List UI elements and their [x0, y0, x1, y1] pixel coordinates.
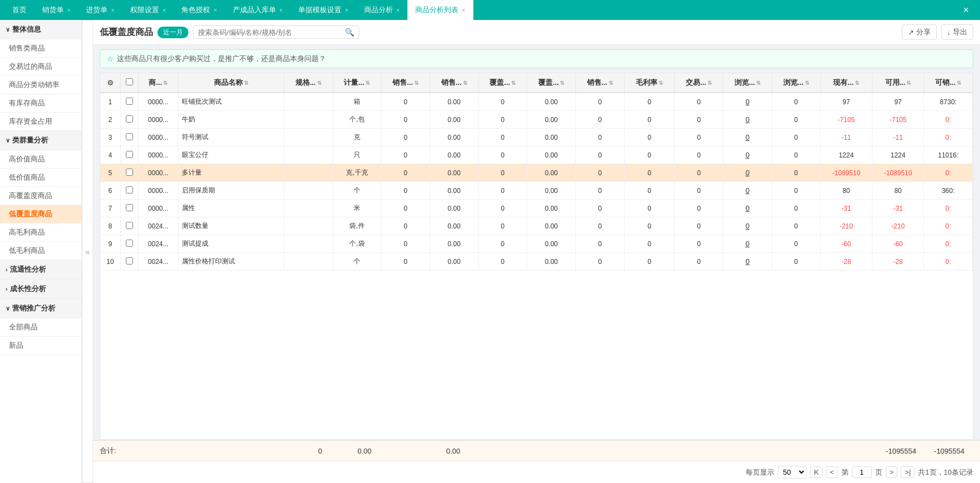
browse-link[interactable]: 0 [746, 186, 749, 195]
browse-link[interactable]: 0 [746, 115, 749, 124]
row-checkbox[interactable] [126, 240, 133, 247]
close-analysis-icon[interactable]: × [396, 7, 400, 13]
cell-checkbox[interactable] [120, 164, 138, 182]
close-purchase-icon[interactable]: × [111, 7, 114, 13]
nav-item-role[interactable]: 角色授权 × [173, 0, 224, 20]
sidebar-item-new-goods[interactable]: 新品 [0, 337, 81, 355]
nav-item-analysis-list[interactable]: 商品分析列表 × [407, 0, 473, 20]
close-role-icon[interactable]: × [213, 7, 217, 13]
row-checkbox[interactable] [126, 257, 133, 265]
close-product-in-icon[interactable]: × [279, 7, 283, 13]
current-page-input[interactable] [852, 466, 872, 478]
col-settings[interactable]: ⚙ [100, 73, 120, 93]
period-button[interactable]: 近一月 [157, 27, 188, 38]
sidebar-section-marketing[interactable]: ∨ 营销推广分析 [0, 299, 81, 318]
next-page-btn[interactable]: > [886, 466, 898, 478]
row-checkbox[interactable] [126, 186, 133, 194]
page-size-select[interactable]: 50 20 100 [778, 466, 807, 479]
sidebar-section-liquidity[interactable]: › 流通性分析 [0, 260, 81, 279]
nav-item-purchase[interactable]: 进货单 × [78, 0, 122, 20]
cell-code: 0000... [138, 200, 178, 217]
sidebar-item-high-margin[interactable]: 高毛利商品 [0, 223, 81, 242]
close-permission-icon[interactable]: × [162, 7, 166, 13]
last-page-btn[interactable]: >| [901, 466, 915, 478]
sidebar-item-all-goods[interactable]: 全部商品 [0, 318, 81, 337]
nav-item-template[interactable]: 单据模板设置 × [290, 0, 356, 20]
cell-no: 3 [100, 129, 120, 146]
search-icon[interactable]: 🔍 [345, 28, 354, 37]
nav-close-btn[interactable]: × [956, 4, 976, 16]
row-checkbox[interactable] [126, 204, 133, 211]
first-page-btn[interactable]: K [810, 466, 823, 478]
browse-link[interactable]: 0 [746, 240, 749, 248]
cell-checkbox[interactable] [120, 146, 138, 164]
nav-item-sales[interactable]: 销货单 × [34, 0, 78, 20]
sidebar-section-overall[interactable]: ∨ 整体信息 [0, 20, 81, 39]
cell-browse1[interactable]: 0 [723, 93, 772, 111]
nav-item-permission[interactable]: 权限设置 × [122, 0, 173, 20]
browse-link[interactable]: 0 [746, 151, 749, 159]
sidebar-item-stock-capital[interactable]: 库存资金占用 [0, 113, 81, 131]
row-checkbox[interactable] [126, 98, 133, 105]
sidebar-item-sales-goods[interactable]: 销售类商品 [0, 39, 81, 58]
browse-link[interactable]: 0 [746, 204, 749, 212]
cell-browse1[interactable]: 0 [723, 129, 772, 146]
sidebar-section-group[interactable]: ∨ 类群量分析 [0, 131, 81, 150]
cell-checkbox[interactable] [120, 217, 138, 235]
sidebar-item-low-value[interactable]: 低价值商品 [0, 169, 81, 187]
close-template-icon[interactable]: × [345, 7, 348, 13]
close-sales-icon[interactable]: × [67, 7, 70, 13]
browse-link[interactable]: 0 [746, 222, 749, 230]
cell-browse1[interactable]: 0 [723, 111, 772, 129]
cell-spec [284, 129, 333, 146]
sidebar-item-high-value[interactable]: 高价值商品 [0, 150, 81, 169]
share-button[interactable]: ↗ 分享 [902, 24, 937, 40]
cell-checkbox[interactable] [120, 235, 138, 253]
cell-checkbox[interactable] [120, 129, 138, 146]
sidebar-section-growth[interactable]: › 成长性分析 [0, 279, 81, 299]
browse-link[interactable]: 0 [746, 257, 749, 266]
sidebar-collapse-btn[interactable]: « [82, 20, 93, 483]
cell-sale-qty: 0 [381, 164, 430, 182]
row-checkbox[interactable] [126, 115, 133, 123]
search-input[interactable] [198, 28, 343, 37]
cell-checkbox[interactable] [120, 111, 138, 129]
prev-page-btn[interactable]: < [826, 466, 838, 478]
cell-checkbox[interactable] [120, 253, 138, 271]
sidebar-item-traded-goods[interactable]: 交易过的商品 [0, 58, 81, 76]
sidebar-item-low-margin[interactable]: 低毛利商品 [0, 242, 81, 260]
row-checkbox[interactable] [126, 151, 133, 158]
close-analysis-list-icon[interactable]: × [462, 7, 465, 13]
sidebar-item-category-rate[interactable]: 商品分类动销率 [0, 76, 81, 94]
browse-link[interactable]: 0 [746, 98, 749, 106]
cell-browse1[interactable]: 0 [723, 217, 772, 235]
page-title: 低覆盖度商品 [100, 27, 153, 38]
cell-browse1[interactable]: 0 [723, 146, 772, 164]
cell-browse1[interactable]: 0 [723, 235, 772, 253]
row-checkbox[interactable] [126, 222, 133, 229]
cell-checkbox[interactable] [120, 182, 138, 200]
nav-item-analysis[interactable]: 商品分析 × [356, 0, 407, 20]
cell-name: 眼宝公仔 [178, 146, 284, 164]
nav-item-product-in[interactable]: 产成品入库单 × [225, 0, 290, 20]
row-checkbox[interactable] [126, 169, 133, 176]
cell-browse1[interactable]: 0 [723, 182, 772, 200]
sidebar-item-in-stock[interactable]: 有库存商品 [0, 94, 81, 113]
export-button[interactable]: ↓ 导出 [941, 24, 974, 40]
cell-browse1[interactable]: 0 [723, 200, 772, 217]
sidebar-item-low-coverage[interactable]: 低覆盖度商品 [0, 205, 81, 223]
cell-no: 10 [100, 253, 120, 271]
cell-unit: 个,袋 [333, 235, 381, 253]
nav-item-home[interactable]: 首页 [4, 0, 34, 20]
cell-checkbox[interactable] [120, 93, 138, 111]
cell-sale2: 0 [575, 200, 624, 217]
cell-checkbox[interactable] [120, 200, 138, 217]
row-checkbox[interactable] [126, 133, 133, 140]
browse-link[interactable]: 0 [746, 169, 749, 177]
sidebar-item-high-coverage[interactable]: 高覆盖度商品 [0, 187, 81, 205]
select-all-checkbox[interactable] [126, 78, 133, 85]
col-checkbox[interactable] [120, 73, 138, 93]
browse-link[interactable]: 0 [746, 133, 749, 141]
cell-browse1[interactable]: 0 [723, 164, 772, 182]
cell-browse1[interactable]: 0 [723, 253, 772, 271]
